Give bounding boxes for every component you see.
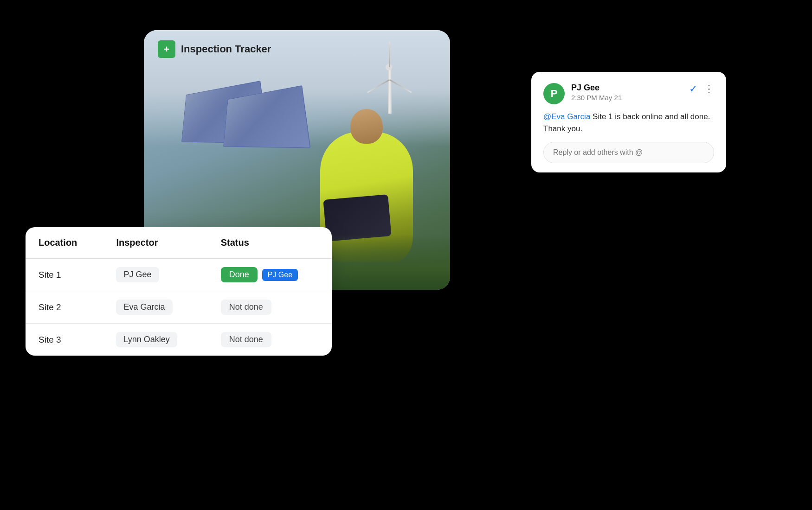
comment-card: P PJ Gee 2:30 PM May 21 ✓ ⋮ @Eva Garcia …: [531, 72, 726, 172]
inspector-chip-1: PJ Gee: [116, 267, 159, 282]
turbine-tower: [388, 67, 392, 114]
inspector-chip-3: Lynn Oakley: [116, 332, 177, 347]
check-icon[interactable]: ✓: [689, 83, 697, 95]
person-head: [350, 109, 383, 144]
cell-status-2: Not done: [208, 291, 332, 324]
cell-status-1: Done PJ Gee: [208, 259, 332, 291]
table-row: Site 1 PJ Gee Done PJ Gee: [26, 259, 332, 291]
cell-location-1: Site 1: [26, 259, 103, 291]
table-row: Site 2 Eva Garcia Not done: [26, 291, 332, 324]
cell-location-2: Site 2: [26, 291, 103, 324]
status-badge-not-done-2: Not done: [221, 300, 271, 315]
comment-actions: ✓ ⋮: [689, 83, 714, 95]
app-header: + Inspection Tracker: [158, 40, 271, 58]
solar-panels: [158, 86, 306, 178]
status-badge-not-done-3: Not done: [221, 332, 271, 347]
cell-status-3: Not done: [208, 324, 332, 356]
comment-timestamp: 2:30 PM May 21: [571, 94, 683, 102]
comment-header: P PJ Gee 2:30 PM May 21 ✓ ⋮: [543, 83, 714, 104]
avatar: P: [543, 83, 565, 104]
turbine-blade-1: [389, 42, 390, 67]
col-status: Status: [208, 227, 332, 259]
comment-body: @Eva Garcia Site 1 is back online and al…: [543, 111, 714, 134]
inspection-table: Location Inspector Status Site 1 PJ Gee …: [26, 227, 332, 356]
app-icon: +: [158, 40, 175, 58]
reply-input[interactable]: [543, 142, 714, 163]
more-options-icon[interactable]: ⋮: [704, 83, 714, 95]
status-badge-done: Done: [221, 267, 258, 282]
col-inspector: Inspector: [103, 227, 207, 259]
scene: + Inspection Tracker Location Inspector …: [0, 0, 812, 510]
comment-author: PJ Gee: [571, 83, 683, 93]
cell-inspector-2: Eva Garcia: [103, 291, 207, 324]
status-cell-1: Done PJ Gee: [221, 267, 319, 282]
cell-location-3: Site 3: [26, 324, 103, 356]
inspector-chip-2: Eva Garcia: [116, 300, 172, 315]
col-location: Location: [26, 227, 103, 259]
table-header-row: Location Inspector Status: [26, 227, 332, 259]
table-card: Location Inspector Status Site 1 PJ Gee …: [26, 227, 332, 356]
mention-tag: @Eva Garcia: [543, 112, 590, 121]
cell-inspector-3: Lynn Oakley: [103, 324, 207, 356]
app-title: Inspection Tracker: [181, 43, 271, 55]
wind-turbine: [376, 67, 404, 118]
table-row: Site 3 Lynn Oakley Not done: [26, 324, 332, 356]
comment-meta: PJ Gee 2:30 PM May 21: [571, 83, 683, 102]
cell-inspector-1: PJ Gee: [103, 259, 207, 291]
pj-tooltip: PJ Gee: [262, 269, 298, 281]
